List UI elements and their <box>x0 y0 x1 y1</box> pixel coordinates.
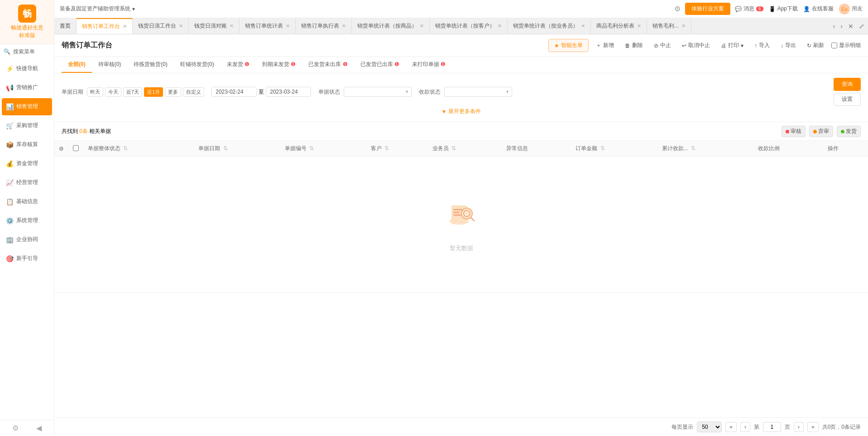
settings-icon[interactable]: ⚙ <box>12 424 19 432</box>
status-select[interactable] <box>344 87 412 97</box>
review-button[interactable]: 审核 <box>782 126 806 137</box>
tab-sales-stats[interactable]: 销售订单统计表 ✕ <box>240 18 296 34</box>
sidebar-item-label: 库存核算 <box>16 141 38 148</box>
sidebar-item-label: 基础信息 <box>16 198 38 205</box>
filter-tab-shipped-not-out[interactable]: 已发货未出库 ❶ <box>302 57 354 73</box>
tab-sales-order-workbench[interactable]: 销售订单工作台 ✕ <box>77 18 133 34</box>
tab-sales-summary-customer[interactable]: 销货单统计表（按客户） ✕ <box>430 18 508 34</box>
sidebar-item-guide[interactable]: 🎯 新手引导 <box>2 250 52 267</box>
select-all-checkbox[interactable] <box>73 145 79 151</box>
filter-tab-overdue-not-shipped[interactable]: 到期未发货 ❶ <box>256 57 302 73</box>
next-page-button[interactable]: › <box>794 422 804 432</box>
payment-select[interactable] <box>444 87 512 97</box>
sidebar-item-inventory[interactable]: 📦 库存核算 <box>2 136 52 153</box>
user-menu[interactable]: Ea 用友 <box>839 4 863 14</box>
tab-close-icon[interactable]: ✕ <box>420 23 424 29</box>
date-btn-custom[interactable]: 自定义 <box>183 87 204 97</box>
tab-cash-daily[interactable]: 钱货日清工作台 ✕ <box>133 18 189 34</box>
tab-sales-summary-staff[interactable]: 销货单统计表（按业务员） ✕ <box>508 18 591 34</box>
setting-button[interactable]: 设置 <box>834 93 861 106</box>
tab-sales-exec[interactable]: 销售订单执行表 ✕ <box>296 18 352 34</box>
experience-button[interactable]: 体验行业方案 <box>685 3 730 15</box>
date-btn-today[interactable]: 今天 <box>105 87 121 97</box>
new-button[interactable]: ＋ 新增 <box>592 40 618 51</box>
sort-received-icon[interactable]: ⇅ <box>691 145 695 152</box>
sidebar-item-purchase[interactable]: 🛒 采购管理 <box>2 117 52 134</box>
sidebar-item-operations[interactable]: 📈 经营管理 <box>2 174 52 191</box>
date-btn-more[interactable]: 更多 <box>165 87 181 97</box>
query-button[interactable]: 查询 <box>834 78 861 91</box>
sort-status-icon[interactable]: ⇅ <box>123 145 128 152</box>
tab-next-button[interactable]: › <box>839 22 844 31</box>
tab-close-icon[interactable]: ✕ <box>286 23 290 29</box>
filter-tab-not-shipped[interactable]: 未发货 ❶ <box>221 57 256 73</box>
filter-tab-not-printed[interactable]: 未打印单据 ❶ <box>406 57 452 73</box>
export-button[interactable]: ↓ 导出 <box>777 40 800 51</box>
date-to-input[interactable] <box>266 87 311 97</box>
first-page-button[interactable]: « <box>725 422 737 432</box>
settings-gear-icon[interactable]: ⚙ <box>674 5 681 13</box>
tab-close-icon[interactable]: ✕ <box>498 23 502 29</box>
show-detail-checkbox[interactable] <box>831 43 837 48</box>
prev-page-button[interactable]: ‹ <box>740 422 750 432</box>
tab-close-icon[interactable]: ✕ <box>179 23 183 29</box>
tab-cash-reconcile[interactable]: 钱货日清对账 ✕ <box>189 18 240 34</box>
filter-tab-all[interactable]: 全部(0) <box>62 57 92 73</box>
print-button[interactable]: 🖨 打印 ▾ <box>717 40 747 51</box>
filter-tab-pending-review[interactable]: 待审核(0) <box>92 57 128 73</box>
sort-staff-icon[interactable]: ⇅ <box>451 145 456 152</box>
sidebar-item-sales[interactable]: 📊 销售管理 <box>2 98 52 115</box>
date-from-input[interactable] <box>211 87 257 97</box>
sort-customer-icon[interactable]: ⇅ <box>384 145 389 152</box>
date-btn-yesterday[interactable]: 昨天 <box>87 87 103 97</box>
tab-home[interactable]: 首页 <box>54 18 77 34</box>
tab-close-all-button[interactable]: ✕ <box>846 22 855 31</box>
stop-button[interactable]: ⊘ 中止 <box>650 40 675 51</box>
filter-tab-pending-inspect[interactable]: 待拣货验货(0) <box>127 57 174 73</box>
per-page-select[interactable]: 50 100 200 <box>697 422 722 432</box>
online-service-button[interactable]: 👤 在线客服 <box>803 5 834 13</box>
ship-button[interactable]: 发货 <box>837 126 861 137</box>
tab-sales-summary-product[interactable]: 销货单统计表（按商品） ✕ <box>352 18 430 34</box>
tab-close-icon[interactable]: ✕ <box>123 24 127 29</box>
tab-maximize-button[interactable]: ⤢ <box>857 22 866 31</box>
sort-date-icon[interactable]: ⇅ <box>223 145 228 152</box>
show-detail-checkbox-label[interactable]: 显示明细 <box>831 42 861 49</box>
cancel-stop-button[interactable]: ↩ 取消中止 <box>678 40 714 51</box>
app-download-button[interactable]: 📱 App下载 <box>769 5 798 13</box>
tab-prev-button[interactable]: ‹ <box>831 22 837 31</box>
last-page-button[interactable]: » <box>807 422 819 432</box>
date-btn-1month[interactable]: 近1月 <box>144 87 163 97</box>
import-button[interactable]: ↑ 导入 <box>751 40 773 51</box>
tab-close-icon[interactable]: ✕ <box>230 23 234 29</box>
sidebar-item-system[interactable]: ⚙️ 系统管理 <box>2 212 52 229</box>
tab-close-icon[interactable]: ✕ <box>581 23 585 29</box>
sidebar-item-finance[interactable]: 💰 资金管理 <box>2 155 52 172</box>
tab-product-margin[interactable]: 商品毛利分析表 ✕ <box>591 18 647 34</box>
expand-conditions-button[interactable]: ▼ 展开更多条件 <box>62 106 861 117</box>
svg-rect-2 <box>453 209 462 210</box>
message-button[interactable]: 💬 消息 6 <box>735 5 763 13</box>
sort-amount-icon[interactable]: ⇅ <box>600 145 605 152</box>
system-title-dropdown[interactable]: 装备及固定资产辅助管理系统 ▾ <box>60 5 135 13</box>
refresh-button[interactable]: ↻ 刷新 <box>803 40 828 51</box>
sidebar-item-basic-info[interactable]: 📋 基础信息 <box>2 193 52 210</box>
filter-tab-wangpu-ship[interactable]: 旺铺待发货(0) <box>174 57 221 73</box>
filter-tab-shipped-out[interactable]: 已发货已出库 ❶ <box>354 57 406 73</box>
sidebar-item-enterprise[interactable]: 🏢 企业协同 <box>2 231 52 248</box>
tab-sales-more[interactable]: 销售毛利... ✕ <box>647 18 691 34</box>
sidebar-item-marketing[interactable]: 📢 营销推广 <box>2 79 52 96</box>
settings-col-icon[interactable]: ⚙ <box>59 146 64 152</box>
sidebar-search[interactable]: 🔍 搜索菜单 <box>0 44 54 59</box>
collapse-icon[interactable]: ◀ <box>36 424 42 432</box>
cancel-review-button[interactable]: 弃审 <box>809 126 833 137</box>
tab-close-icon[interactable]: ✕ <box>681 23 686 29</box>
delete-button[interactable]: 🗑 删除 <box>621 40 647 51</box>
tab-close-icon[interactable]: ✕ <box>342 23 346 29</box>
tab-close-icon[interactable]: ✕ <box>637 23 641 29</box>
sidebar-item-quick-nav[interactable]: ⚡ 快捷导航 <box>2 60 52 77</box>
date-btn-7days[interactable]: 近7天 <box>123 87 142 97</box>
page-number-input[interactable] <box>763 422 781 432</box>
smart-generate-button[interactable]: ★ 智能生单 <box>548 39 589 52</box>
sort-number-icon[interactable]: ⇅ <box>309 145 314 152</box>
